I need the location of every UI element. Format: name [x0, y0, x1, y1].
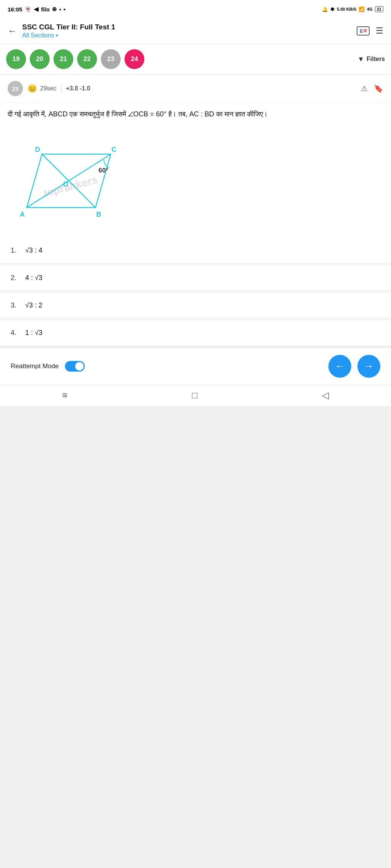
nav-buttons: ← → [328, 355, 380, 378]
next-icon: → [364, 360, 374, 372]
option-text-2: 4 : √3 [25, 274, 42, 282]
question-number-badge: 23 [8, 81, 23, 96]
status-bar: 16:05 👻 ◀ filo ⊕ ▪ • 🔔 ✱ 5.00 KB/S 📶 4G … [0, 0, 391, 18]
back-button[interactable]: ← [8, 26, 17, 36]
status-battery-label: 21 [375, 6, 383, 12]
q-nav-23[interactable]: 23 [101, 49, 121, 69]
app-header: ← SSC CGL Tier II: Full Test 1 All Secti… [0, 18, 391, 44]
status-filo: filo [41, 6, 50, 13]
bottom-bar: Reattempt Mode ← → [0, 348, 391, 385]
filter-icon: ▼ [357, 55, 364, 63]
status-nav-icon: ◀ [34, 6, 39, 13]
option-2[interactable]: 2. 4 : √3 [0, 266, 391, 291]
option-text-4: 1 : √3 [25, 329, 42, 337]
header-title-area: SSC CGL Tier II: Full Test 1 All Section… [22, 23, 351, 39]
android-nav: ≡ □ ◁ [0, 385, 391, 406]
prev-icon: ← [335, 360, 345, 372]
q-nav-21[interactable]: 21 [53, 49, 73, 69]
status-bt: ✱ [330, 6, 334, 12]
status-globe-icon: ⊕ [52, 6, 57, 13]
status-signal: 📶 [359, 6, 365, 12]
alert-icon[interactable]: ⚠ [361, 84, 368, 93]
status-ghost-icon: 👻 [24, 6, 32, 13]
android-home-icon[interactable]: □ [192, 390, 198, 401]
divider [61, 84, 61, 93]
reattempt-area: Reattempt Mode [11, 361, 85, 372]
prev-button[interactable]: ← [328, 355, 351, 378]
toggle-knob [75, 362, 84, 370]
status-time: 16:05 [8, 6, 22, 13]
q-nav-24[interactable]: 24 [124, 49, 144, 69]
lang-hindi: अ [363, 28, 367, 34]
reattempt-label: Reattempt Mode [11, 362, 59, 370]
option-text-3: √3 : 2 [25, 301, 42, 309]
svg-text:60°: 60° [99, 167, 108, 174]
status-bell: 🔔 [322, 6, 328, 12]
section-label: All Sections [22, 32, 54, 39]
section-selector[interactable]: All Sections ▾ [22, 32, 351, 39]
question-area: 23 😐 29sec +3.0 -1.0 ⚠ 🔖 दी गई आकृति में… [0, 75, 391, 238]
chevron-down-icon: ▾ [56, 33, 58, 38]
option-num-2: 2. [11, 274, 16, 282]
reattempt-toggle[interactable] [65, 361, 85, 372]
filters-button[interactable]: ▼ Filters [357, 55, 385, 63]
score-text: +3.0 -1.0 [66, 85, 90, 92]
svg-text:D: D [35, 146, 40, 153]
status-dot: • [63, 6, 65, 13]
svg-text:toprankers: toprankers [42, 174, 99, 199]
svg-text:A: A [20, 211, 25, 218]
q-nav-19[interactable]: 19 [6, 49, 26, 69]
question-header: 23 😐 29sec +3.0 -1.0 ⚠ 🔖 [0, 75, 391, 103]
q-nav-22[interactable]: 22 [77, 49, 97, 69]
option-1[interactable]: 1. √3 : 4 [0, 238, 391, 263]
timer-face-icon: 😐 [27, 84, 37, 93]
language-toggle[interactable]: E अ [357, 26, 370, 35]
svg-text:B: B [96, 211, 101, 218]
option-num-1: 1. [11, 246, 16, 254]
status-left: 16:05 👻 ◀ filo ⊕ ▪ • [8, 6, 65, 13]
android-back-icon[interactable]: ◁ [322, 390, 329, 401]
timer-text: 29sec [40, 85, 57, 92]
rhombus-diagram: O 60° D C A B toprankers [4, 124, 126, 230]
option-num-3: 3. [11, 301, 16, 309]
android-menu-icon[interactable]: ≡ [62, 390, 68, 401]
header-icons: E अ ☰ [357, 26, 383, 36]
timer-area: 😐 29sec [27, 84, 57, 93]
option-num-4: 4. [11, 329, 16, 337]
question-text: दी गई आकृति में, ABCD एक समचतुर्भुज है ज… [0, 103, 391, 120]
question-nav: 19 20 21 22 23 24 ▼ Filters [0, 44, 391, 75]
lang-english: E [360, 28, 363, 34]
menu-button[interactable]: ☰ [376, 26, 383, 36]
option-3[interactable]: 3. √3 : 2 [0, 293, 391, 318]
status-right: 🔔 ✱ 5.00 KB/S 📶 4G 21 [322, 6, 383, 12]
status-speed: 5.00 KB/S [337, 7, 356, 11]
status-screen-icon: ▪ [59, 6, 61, 13]
option-4[interactable]: 4. 1 : √3 [0, 320, 391, 345]
filters-label: Filters [367, 56, 385, 63]
next-button[interactable]: → [357, 355, 380, 378]
options-area: 1. √3 : 4 2. 4 : √3 3. √3 : 2 4. 1 : √3 [0, 238, 391, 345]
status-4g: 4G [367, 7, 373, 11]
option-text-1: √3 : 4 [25, 246, 42, 254]
q-nav-20[interactable]: 20 [30, 49, 50, 69]
question-actions: ⚠ 🔖 [361, 84, 383, 93]
svg-text:C: C [111, 146, 116, 153]
diagram-area: O 60° D C A B toprankers [0, 120, 391, 238]
page-title: SSC CGL Tier II: Full Test 1 [22, 23, 351, 31]
bookmark-icon[interactable]: 🔖 [374, 84, 383, 93]
